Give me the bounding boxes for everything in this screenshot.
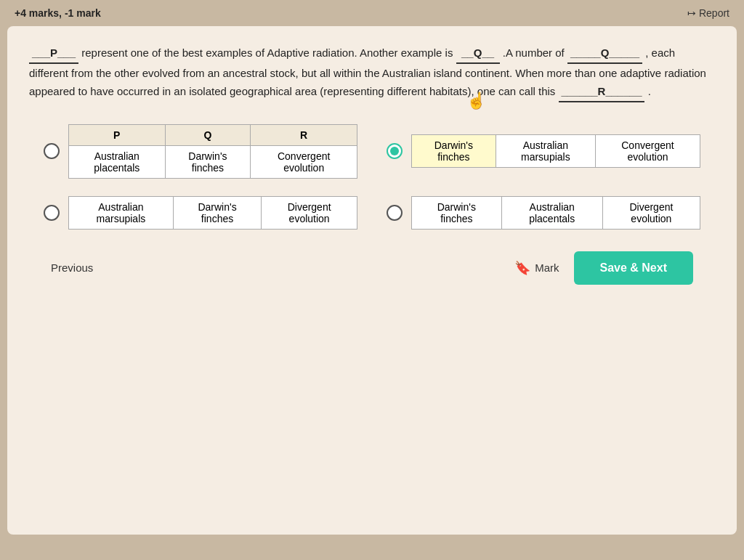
cell: Darwin'sfinches [173,196,261,229]
save-next-button[interactable]: Save & Next [574,251,694,285]
blank-q1: __Q__ [456,44,500,64]
option-1-table: P Q R Australianplacentals Darwin'sfinch… [68,124,357,179]
option-1[interactable]: P Q R Australianplacentals Darwin'sfinch… [44,124,357,179]
col-r-header: R [251,124,357,145]
marks-label: +4 marks, -1 mark [15,7,101,19]
table-row: Australianmarsupials Darwin'sfinches Div… [69,196,357,229]
bookmark-icon: 🔖 [514,260,530,276]
radio-option-3[interactable] [44,205,60,221]
cell: Darwin'sfinches [412,196,502,229]
previous-button[interactable]: Previous [51,261,93,274]
bottom-bar: Previous 🔖 Mark Save & Next [29,237,715,299]
cell: Australianmarsupials [496,135,595,168]
radio-option-4[interactable] [387,205,403,221]
option-3-table: Australianmarsupials Darwin'sfinches Div… [68,196,357,230]
cell: Divergentevolution [262,196,357,229]
table-row: Darwin'sfinches Australianplacentals Div… [412,196,700,229]
mark-button[interactable]: 🔖 Mark [514,260,559,276]
right-actions: 🔖 Mark Save & Next [514,251,693,285]
blank-r: ______R______ [559,82,645,102]
cell: Convergentevolution [251,145,357,178]
col-q-header: Q [165,124,251,145]
option-4-table: Darwin'sfinches Australianplacentals Div… [411,196,700,230]
cell: Divergentevolution [602,196,700,229]
blank-q2: _____Q_____ [567,44,642,64]
report-button[interactable]: ↦ Report [687,7,729,19]
option-3[interactable]: Australianmarsupials Darwin'sfinches Div… [44,196,357,230]
option-4[interactable]: Darwin'sfinches Australianplacentals Div… [387,196,700,230]
cell: Australianmarsupials [69,196,174,229]
col-p-header: P [69,124,166,145]
cell: Australianplacentals [69,145,166,178]
blank-p: ___P___ [29,44,78,64]
cell: Darwin'sfinches [165,145,251,178]
question-text: ___P___ represent one of the best exampl… [29,44,715,102]
cell: Convergentevolution [595,135,700,168]
options-grid: P Q R Australianplacentals Darwin'sfinch… [29,124,715,230]
option-2[interactable]: Darwin'sfinches Australianmarsupials Con… [387,124,700,179]
radio-option-2[interactable] [387,143,403,159]
option-2-table: Darwin'sfinches Australianmarsupials Con… [411,134,700,168]
table-row: Australianplacentals Darwin'sfinches Con… [69,145,357,178]
top-bar: +4 marks, -1 mark ↦ Report [0,0,744,26]
main-content: ___P___ represent one of the best exampl… [7,26,737,535]
cell: Australianplacentals [501,196,602,229]
cell-highlighted: Darwin'sfinches [412,135,496,168]
table-row: Darwin'sfinches Australianmarsupials Con… [412,135,700,168]
radio-option-1[interactable] [44,143,60,159]
report-icon: ↦ [687,7,696,19]
